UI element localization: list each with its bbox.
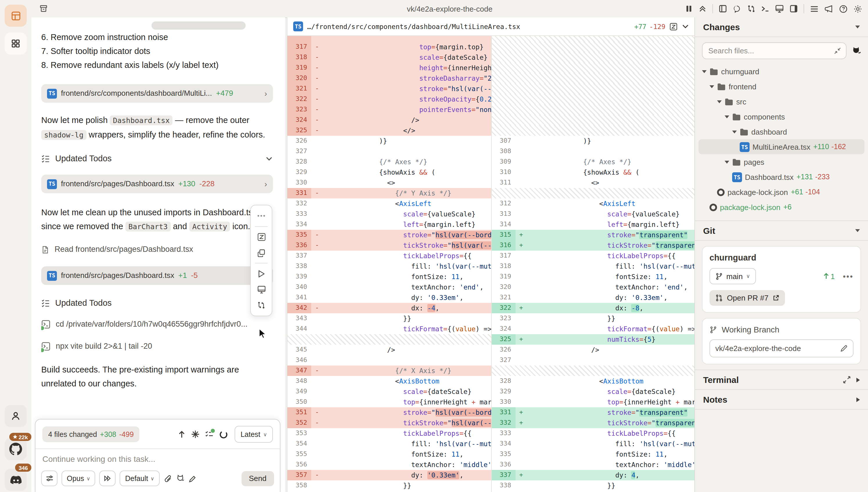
panel-right-icon[interactable] <box>790 5 798 13</box>
open-pr-button[interactable]: Open PR #7 <box>709 290 785 306</box>
discord-button[interactable]: 346 <box>5 469 27 491</box>
diff-panel: TS …/frontend/src/components/dashboard/M… <box>287 18 696 492</box>
version-dropdown[interactable]: Latest∨ <box>235 426 273 443</box>
git-compare-icon[interactable] <box>254 298 268 312</box>
run-icon[interactable] <box>254 267 268 281</box>
diff-line-332: 332<AxisLeft <box>287 198 491 209</box>
commits-ahead[interactable]: 1 <box>822 272 835 280</box>
tree-item-frontend[interactable]: frontend <box>699 79 865 94</box>
diff-line-331: 331+stroke="transparent" <box>491 407 695 418</box>
diff-gap-row <box>491 94 695 104</box>
open-in-zed-icon[interactable] <box>670 22 678 30</box>
terminal-command-row[interactable]: cd /private/var/folders/10/h7w0q46556ggr… <box>41 319 273 330</box>
tree-item-label: pages <box>744 157 765 166</box>
diff-new-column: 307)}308309{/* Axes */}310{showAxis && (… <box>491 36 695 492</box>
scroll-up-icon[interactable] <box>178 430 186 438</box>
collapse-icon[interactable] <box>834 47 841 54</box>
mode-dropdown[interactable]: Default∨ <box>120 470 159 486</box>
inline-code: BarChart3 <box>125 222 170 231</box>
more-options-icon[interactable] <box>254 209 268 223</box>
diff-line-345: 345/> <box>287 345 491 355</box>
tree-item-src[interactable]: src <box>699 94 865 109</box>
read-file-row[interactable]: Read frontend/src/pages/Dashboard.tsx <box>41 244 273 255</box>
settings-gear-icon[interactable] <box>853 4 862 13</box>
github-icon <box>9 443 22 456</box>
grid-view-button[interactable] <box>5 32 27 54</box>
todos-status-icon[interactable] <box>205 430 214 439</box>
diff-gap-row <box>491 188 695 198</box>
panel-layout-button[interactable] <box>5 5 27 27</box>
model-dropdown[interactable]: Opus∨ <box>62 470 95 486</box>
pause-icon[interactable] <box>685 5 693 13</box>
diff-line-317: 317-top={margin.top} <box>287 42 491 52</box>
tree-item-pages[interactable]: pages <box>699 154 865 169</box>
notes-section-header[interactable]: Notes <box>695 390 868 409</box>
tree-item-package-lock.json[interactable]: package-lock.json+61-104 <box>699 184 865 200</box>
file-change-stats: +131-233 <box>797 173 830 181</box>
terminal-icon[interactable] <box>761 5 769 13</box>
tree-item-MultiLineArea.tsx[interactable]: TSMultiLineArea.tsx+110-162 <box>699 139 865 154</box>
search-files-box[interactable] <box>702 42 846 59</box>
terminal-command-row[interactable]: npx vite build 2>&1 | tail -20 <box>41 341 273 352</box>
kitty-icon[interactable] <box>175 474 184 483</box>
help-icon[interactable] <box>839 4 848 13</box>
tree-item-package-lock.json[interactable]: package-lock.json+6 <box>699 200 865 215</box>
branch-dropdown[interactable]: main∨ <box>709 268 756 284</box>
file-diff-chip-multilinearea[interactable]: TS frontend/src/components/dashboard/Mul… <box>41 84 273 103</box>
diff-line-334: 334left={margin.left} <box>287 219 491 230</box>
diff-line-358: 358}} <box>287 481 491 491</box>
changes-section-header[interactable]: Changes <box>695 18 868 36</box>
terminal-section-header[interactable]: Terminal <box>695 370 868 389</box>
tree-item-dashboard[interactable]: dashboard <box>699 124 865 139</box>
search-input[interactable] <box>707 46 830 56</box>
preview-icon[interactable] <box>254 283 268 297</box>
chevron-down-icon[interactable] <box>682 23 689 30</box>
file-diff-chip-dashboard[interactable]: TS frontend/src/pages/Dashboard.tsx +130… <box>41 175 273 193</box>
kitty-icon[interactable] <box>851 46 861 56</box>
working-branch-input[interactable]: vk/4e2a-explore-the-code <box>709 339 853 358</box>
composer-input[interactable]: Continue working on this task... <box>36 449 280 469</box>
diff-gap-row <box>491 83 695 94</box>
spark-icon[interactable] <box>191 430 200 439</box>
copy-icon[interactable] <box>254 246 268 260</box>
github-button[interactable]: 22k <box>5 438 27 460</box>
expand-icon[interactable] <box>843 376 850 384</box>
feedback-megaphone-icon[interactable] <box>824 4 833 13</box>
preview-monitor-icon[interactable] <box>775 5 784 13</box>
pencil-icon[interactable] <box>840 345 848 352</box>
search-row <box>695 37 868 63</box>
assistant-chat-icon[interactable] <box>733 4 742 13</box>
attach-icon[interactable] <box>163 474 171 483</box>
diff-line-333: 333scale={valueScale} <box>287 209 491 219</box>
diff-line-309: 309{/* Axes */} <box>491 157 695 167</box>
send-button[interactable]: Send <box>241 471 274 486</box>
open-in-zed-icon[interactable] <box>254 230 268 244</box>
pen-icon[interactable] <box>188 474 196 483</box>
more-options-icon[interactable]: ••• <box>843 272 853 280</box>
chevron-down-icon <box>265 155 273 162</box>
account-button[interactable] <box>5 405 27 427</box>
tree-item-components[interactable]: components <box>699 109 865 124</box>
collapse-all-icon[interactable] <box>699 5 707 13</box>
tree-item-Dashboard.tsx[interactable]: TSDashboard.tsx+131-233 <box>699 169 865 184</box>
diff-line-354: 354fill: 'hsl(var(--muted-foreground))', <box>287 439 491 449</box>
file-diff-chip-dashboard-2[interactable]: TS frontend/src/pages/Dashboard.tsx +1 -… <box>41 266 273 285</box>
updated-todos-toggle[interactable]: Updated Todos <box>41 297 273 309</box>
topbar-actions <box>685 0 862 18</box>
diff-header[interactable]: TS …/frontend/src/components/dashboard/M… <box>287 18 695 36</box>
files-changed-chip[interactable]: 4 files changed +308 -499 <box>42 426 140 442</box>
git-compare-icon[interactable] <box>747 5 755 13</box>
git-section-header[interactable]: Git <box>695 221 868 240</box>
tree-item-churnguard[interactable]: churnguard <box>699 64 865 79</box>
discord-icon <box>9 474 22 486</box>
tree-item-label: frontend <box>729 82 756 91</box>
menu-icon[interactable] <box>810 5 819 13</box>
panel-left-icon[interactable] <box>719 5 727 13</box>
list-item: 7. Softer tooltip indicator dots <box>41 44 273 58</box>
file-change-stats: +61-104 <box>791 188 820 196</box>
git-repo-card: churnguard main∨ 1 ••• Open PR #7 <box>702 246 861 313</box>
composer-settings-button[interactable] <box>41 470 57 486</box>
fast-forward-button[interactable] <box>99 470 116 486</box>
updated-todos-toggle[interactable]: Updated Todos <box>41 153 273 164</box>
inline-code: Activity <box>189 222 230 231</box>
